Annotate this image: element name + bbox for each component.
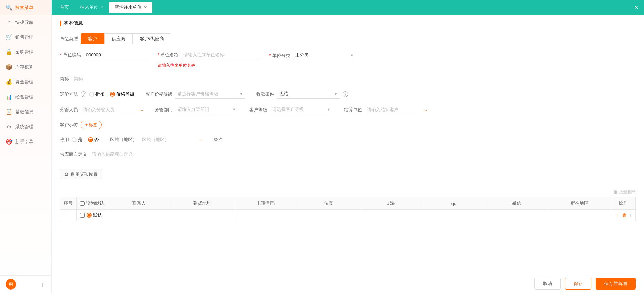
supplier-custom-input[interactable] — [90, 150, 159, 158]
tab-new-contact-close[interactable]: ✕ — [144, 5, 147, 10]
delete-row-icon[interactable]: 🗑 — [622, 213, 627, 218]
phone-input[interactable] — [238, 213, 294, 218]
pricing-level-radio[interactable]: 价格等级 — [110, 91, 134, 97]
tab-contacts-close[interactable]: ✕ — [100, 5, 103, 10]
cell-contact[interactable] — [108, 210, 171, 221]
manager-input[interactable] — [81, 106, 136, 114]
cell-qq[interactable] — [423, 210, 485, 221]
disabled-yes-circle — [72, 137, 77, 142]
pricing-method-field: 定价方法 ? 折扣 价格等级 — [60, 91, 134, 97]
disabled-no-radio[interactable]: 否 — [88, 137, 99, 143]
payment-help-icon[interactable]: ? — [343, 91, 348, 97]
code-name-row: 单位编码 单位名称 请输入往来单位名称 单位分类 未分类 ▼ — [60, 51, 636, 68]
sidebar-bar-icon: ||| — [42, 282, 46, 287]
sidebar-item-finance[interactable]: 💰 资金管理 — [0, 74, 51, 89]
sidebar-item-shortcuts[interactable]: ⌂ 快捷导航 — [0, 15, 51, 30]
row-checkbox[interactable] — [80, 213, 85, 218]
sidebar-item-search[interactable]: 🔍 搜索菜单 — [0, 0, 51, 15]
short-name-input[interactable] — [72, 75, 134, 83]
fax-input[interactable] — [301, 213, 356, 218]
tabbar: 首页 往来单位 ✕ 新增往来单位 ✕ ✕ — [52, 0, 644, 15]
unit-category-label: 单位分类 — [269, 52, 290, 59]
qq-input[interactable] — [426, 213, 481, 218]
footer: 取消 保存 保存并新增 — [52, 274, 644, 293]
unit-code-input[interactable] — [84, 51, 147, 59]
tabbar-close-all[interactable]: ✕ — [631, 3, 641, 12]
pricing-help-icon[interactable]: ? — [81, 91, 86, 97]
default-circle — [87, 213, 92, 218]
table-section: 🗑 批量删除 序号 设为默认 联系人 到货 — [60, 189, 636, 221]
tab-home[interactable]: 首页 — [54, 2, 74, 13]
sidebar-item-system[interactable]: ⚙ 系统管理 — [0, 119, 51, 134]
sidebar-item-guide[interactable]: 🎯 新手引导 — [0, 134, 51, 149]
department-label: 分管部门 — [155, 107, 173, 113]
department-field: 分管部门 请输入分管部门 ▼ — [155, 105, 238, 114]
cell-phone[interactable] — [234, 210, 297, 221]
custom-settings-button[interactable]: ⚙ 自定义项设置 — [60, 169, 102, 179]
customer-level-chevron: ▼ — [327, 107, 331, 112]
cell-region[interactable] — [548, 210, 611, 221]
type-supplier-button[interactable]: 供应商 — [104, 33, 133, 44]
unit-name-input[interactable] — [181, 51, 258, 59]
main-area: 首页 往来单位 ✕ 新增往来单位 ✕ ✕ 基本信息 单位类型 客户 供应商 客户… — [52, 0, 644, 293]
disabled-label: 停用 — [60, 137, 69, 143]
sidebar-item-basic[interactable]: 📋 基础信息 — [0, 104, 51, 119]
region-input[interactable] — [140, 136, 196, 144]
unit-code-field: 单位编码 — [60, 51, 147, 59]
guide-icon: 🎯 — [6, 138, 13, 145]
sidebar-item-operations[interactable]: 📊 经营管理 — [0, 89, 51, 104]
unit-category-select[interactable]: 未分类 ▼ — [293, 51, 356, 60]
col-index: 序号 — [60, 197, 77, 210]
payment-terms-select[interactable]: 现结 ▼ — [277, 89, 340, 99]
sidebar-item-sales[interactable]: 🛒 销售管理 — [0, 30, 51, 44]
cell-wechat[interactable] — [485, 210, 548, 221]
region-field: 区域（地区） ··· — [110, 136, 203, 144]
type-customer-button[interactable]: 客户 — [81, 33, 104, 44]
unit-type-field: 单位类型 客户 供应商 客户/供应商 — [60, 33, 171, 44]
region-more-icon[interactable]: ··· — [198, 137, 203, 143]
settlement-more-icon[interactable]: ··· — [423, 107, 427, 113]
disabled-yes-radio[interactable]: 是 — [72, 137, 83, 143]
department-select[interactable]: 请输入分管部门 ▼ — [175, 105, 238, 114]
default-radio[interactable]: 默认 — [87, 212, 102, 218]
remarks-input[interactable] — [226, 136, 309, 144]
remarks-field: 备注 — [214, 136, 309, 144]
settlement-input[interactable] — [365, 106, 421, 114]
avatar: 用 — [6, 279, 16, 290]
add-tag-button[interactable]: + 标签 — [81, 121, 102, 129]
region-table-input[interactable] — [551, 213, 607, 218]
row-actions: ＋ 🗑 ⫶ — [615, 212, 632, 218]
tab-contacts[interactable]: 往来单位 ✕ — [74, 2, 109, 13]
customer-price-select[interactable]: 请选择客户价格等级 ▼ — [175, 89, 245, 99]
cancel-button[interactable]: 取消 — [534, 278, 561, 290]
col-action: 操作 — [611, 197, 635, 210]
manager-more-icon[interactable]: ··· — [139, 107, 143, 113]
batch-delete-button[interactable]: 🗑 批量删除 — [614, 189, 636, 195]
col-phone: 电话号码 — [234, 197, 297, 210]
contact-input[interactable] — [111, 213, 167, 218]
address-input[interactable] — [174, 213, 230, 218]
add-row-icon[interactable]: ＋ — [615, 212, 619, 218]
batch-delete-icon: 🗑 — [614, 189, 618, 194]
unit-name-field: 单位名称 请输入往来单位名称 — [158, 51, 258, 68]
sidebar-item-purchase[interactable]: 🔒 采购管理 — [0, 44, 51, 59]
customer-level-select[interactable]: 请选择客户等级 ▼ — [270, 105, 333, 114]
save-button[interactable]: 保存 — [565, 278, 591, 290]
cell-fax[interactable] — [297, 210, 360, 221]
type-both-button[interactable]: 客户/供应商 — [133, 33, 171, 44]
search-icon: 🔍 — [6, 4, 13, 11]
cell-address[interactable] — [171, 210, 234, 221]
select-all-checkbox[interactable] — [80, 201, 85, 206]
email-input[interactable] — [364, 213, 419, 218]
sidebar-item-inventory[interactable]: 📦 库存核算 — [0, 59, 51, 74]
cell-email[interactable] — [360, 210, 423, 221]
disabled-radio-group: 是 否 — [72, 137, 99, 143]
cell-action: ＋ 🗑 ⫶ — [611, 210, 635, 221]
save-new-button[interactable]: 保存并新增 — [596, 278, 636, 290]
wechat-input[interactable] — [489, 213, 544, 218]
tags-label: 客户标签 — [60, 122, 78, 128]
tab-new-contact[interactable]: 新增往来单位 ✕ — [109, 2, 152, 13]
pricing-discount-radio[interactable]: 折扣 — [89, 91, 104, 97]
col-default: 设为默认 — [77, 197, 108, 210]
customer-price-label: 客户价格等级 — [146, 91, 173, 97]
